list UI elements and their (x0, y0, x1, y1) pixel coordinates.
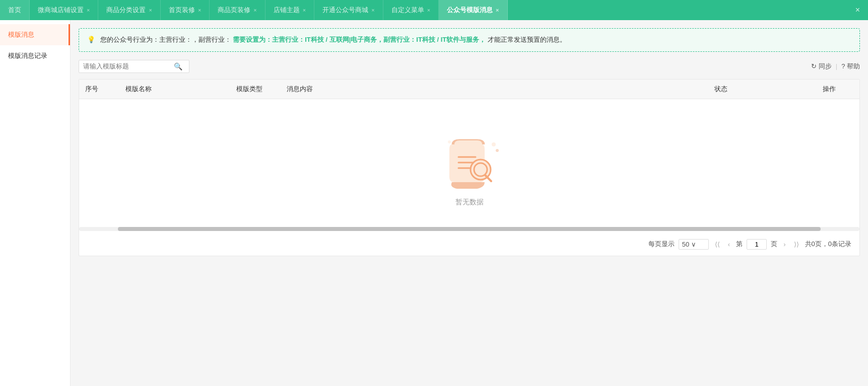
table-header: 序号 模版名称 模版类型 消息内容 状态 操作 (79, 80, 859, 99)
svg-point-7 (492, 142, 496, 146)
tab-close-open-mall[interactable]: × (371, 7, 374, 13)
notice-banner: 💡 您的公众号行业为：主营行业：，副营行业： 需要设置为：主营行业：IT科技 /… (79, 28, 860, 52)
tab-close-custom-menu[interactable]: × (427, 7, 430, 13)
svg-point-9 (448, 140, 451, 143)
page-label: 第 (736, 240, 743, 249)
search-icon[interactable]: 🔍 (174, 62, 182, 70)
search-row: 🔍 ↻ 同步 | ? 帮助 (79, 60, 860, 73)
tab-label: 自定义菜单 (391, 6, 424, 15)
tab-label: 首页 (8, 6, 21, 15)
close-all-button[interactable]: × (847, 6, 868, 15)
prev-page-button[interactable]: ‹ (726, 240, 732, 249)
tab-close-product-category[interactable]: × (149, 7, 152, 13)
tab-weishop-settings[interactable]: 微商城店铺设置× (30, 0, 98, 20)
table-wrapper: 序号 模版名称 模版类型 消息内容 状态 操作 (79, 79, 860, 256)
page-unit-label: 页 (771, 240, 777, 249)
next-page-button[interactable]: › (781, 240, 787, 249)
tab-label: 微商城店铺设置 (38, 6, 84, 15)
tab-custom-menu[interactable]: 自定义菜单× (383, 0, 439, 20)
empty-state: 暂无数据 (79, 99, 859, 227)
tab-home[interactable]: 首页 (0, 0, 30, 20)
sync-button[interactable]: ↻ 同步 (811, 62, 832, 71)
tab-close-home-decoration[interactable]: × (198, 7, 201, 13)
empty-icon (439, 129, 500, 190)
content-area: 💡 您的公众号行业为：主营行业：，副营行业： 需要设置为：主营行业：IT科技 /… (71, 20, 868, 386)
tab-bar: 首页微商城店铺设置×商品分类设置×首页装修×商品页装修×店铺主题×开通公众号商城… (0, 0, 868, 20)
sidebar-item-template-message[interactable]: 模版消息 (0, 24, 70, 45)
col-content: 消息内容 (281, 85, 708, 94)
tab-label: 店铺主题 (274, 6, 300, 15)
tab-label: 商品分类设置 (106, 6, 146, 15)
pagination: 每页显示 50 ∨ ⟨⟨ ‹ 第 页 › ⟩⟩ 共0页，0条记录 (79, 235, 859, 256)
tab-close-template-message[interactable]: × (496, 7, 499, 13)
scroll-thumb[interactable] (118, 227, 820, 231)
tab-label: 商品页装修 (218, 6, 250, 15)
notice-prefix: 您的公众号行业为：主营行业：，副营行业： (100, 36, 231, 43)
tab-label: 公众号模版消息 (447, 6, 493, 15)
divider: | (836, 62, 837, 70)
col-action: 操作 (799, 85, 859, 94)
main-layout: 模版消息模版消息记录 💡 您的公众号行业为：主营行业：，副营行业： 需要设置为：… (0, 20, 868, 386)
tab-label: 首页装修 (169, 6, 195, 15)
notice-suffix: 才能正常发送预置的消息。 (488, 36, 566, 43)
svg-point-8 (496, 149, 499, 152)
help-button[interactable]: ? 帮助 (841, 62, 860, 71)
sidebar: 模版消息模版消息记录 (0, 20, 71, 386)
search-input[interactable] (83, 62, 174, 70)
scroll-bar[interactable] (79, 227, 859, 231)
col-seq: 序号 (79, 85, 119, 94)
action-links: ↻ 同步 | ? 帮助 (811, 62, 860, 71)
page-size-label: 每页显示 (648, 240, 675, 249)
tab-open-mall[interactable]: 开通公众号商城× (314, 0, 383, 20)
notice-icon: 💡 (87, 36, 95, 43)
tab-product-decoration[interactable]: 商品页装修× (210, 0, 265, 20)
search-box: 🔍 (79, 60, 189, 73)
tab-close-product-decoration[interactable]: × (253, 7, 256, 13)
empty-text: 暂无数据 (455, 198, 484, 207)
col-status: 状态 (708, 85, 799, 94)
current-page-input[interactable] (747, 239, 767, 250)
tab-home-decoration[interactable]: 首页装修× (161, 0, 210, 20)
sidebar-item-template-record[interactable]: 模版消息记录 (0, 45, 70, 66)
tab-close-weishop-settings[interactable]: × (87, 7, 90, 13)
page-size-dropdown-icon: ∨ (691, 241, 696, 248)
tab-label: 开通公众号商城 (322, 6, 368, 15)
col-type: 模版类型 (230, 85, 281, 94)
notice-highlight: 需要设置为：主营行业：IT科技 / 互联网|电子商务，副营行业：IT科技 / I… (233, 36, 486, 43)
first-page-button[interactable]: ⟨⟨ (713, 240, 722, 249)
page-size-select[interactable]: 50 ∨ (679, 239, 709, 250)
tab-template-message[interactable]: 公众号模版消息× (439, 0, 507, 20)
page-size-value: 50 (682, 241, 689, 248)
total-text: 共0页，0条记录 (805, 240, 851, 249)
col-name: 模版名称 (119, 85, 230, 94)
tab-close-shop-theme[interactable]: × (303, 7, 306, 13)
last-page-button[interactable]: ⟩⟩ (792, 240, 801, 249)
tab-product-category[interactable]: 商品分类设置× (98, 0, 160, 20)
tab-shop-theme[interactable]: 店铺主题× (265, 0, 314, 20)
